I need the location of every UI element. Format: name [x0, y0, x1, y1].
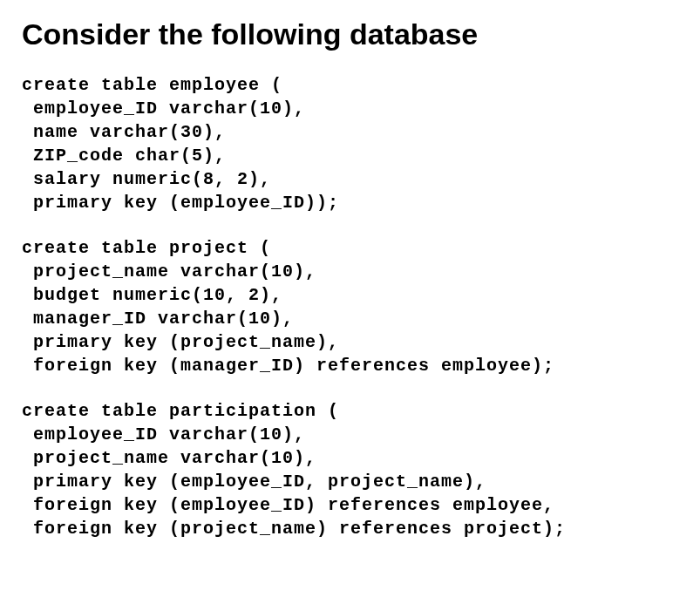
sql-column-line: primary key (project_name),: [22, 330, 678, 354]
sql-create-line: create table employee (: [22, 73, 678, 97]
sql-column-line: primary key (employee_ID, project_name),: [22, 470, 678, 493]
sql-column-line: budget numeric(10, 2),: [22, 283, 678, 307]
sql-column-line: primary key (employee_ID));: [22, 191, 678, 214]
sql-column-line: salary numeric(8, 2),: [22, 167, 678, 191]
sql-column-line: manager_ID varchar(10),: [22, 307, 678, 330]
sql-create-line: create table participation (: [22, 399, 678, 423]
sql-column-line: foreign key (manager_ID) references empl…: [22, 354, 678, 377]
page-title: Consider the following database: [22, 17, 678, 51]
sql-column-line: name varchar(30),: [22, 120, 678, 144]
sql-column-line: project_name varchar(10),: [22, 260, 678, 283]
sql-column-line: employee_ID varchar(10),: [22, 97, 678, 120]
sql-block-project: create table project ( project_name varc…: [22, 236, 678, 377]
sql-column-line: employee_ID varchar(10),: [22, 423, 678, 446]
sql-column-line: foreign key (project_name) references pr…: [22, 517, 678, 540]
sql-block-participation: create table participation ( employee_ID…: [22, 399, 678, 540]
sql-block-employee: create table employee ( employee_ID varc…: [22, 73, 678, 214]
sql-column-line: project_name varchar(10),: [22, 446, 678, 470]
sql-create-line: create table project (: [22, 236, 678, 260]
sql-column-line: foreign key (employee_ID) references emp…: [22, 493, 678, 517]
sql-column-line: ZIP_code char(5),: [22, 144, 678, 167]
